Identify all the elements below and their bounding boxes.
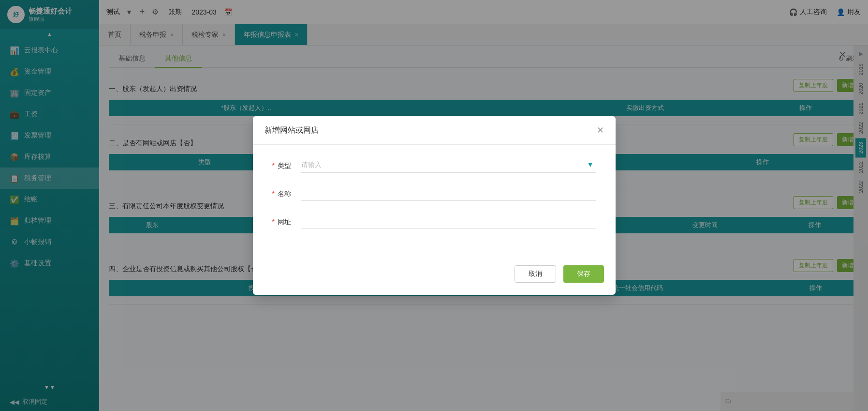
required-mark: * [272,162,275,169]
url-label: * 网址 [272,218,301,227]
url-input-wrap [301,215,596,229]
type-dropdown-icon[interactable]: ▼ [587,161,594,168]
form-field-url: * 网址 [272,215,596,229]
form-field-type: * 类型 ▼ [272,159,596,173]
name-label-text: 名称 [278,190,291,198]
modal-close-button[interactable]: ✕ [597,125,604,136]
name-input[interactable] [301,187,596,198]
name-label: * 名称 [272,190,301,198]
url-label-text: 网址 [278,218,291,226]
required-mark3: * [272,218,275,226]
name-input-wrap [301,187,596,201]
type-input-wrap: ▼ [301,159,596,173]
save-button[interactable]: 保存 [563,265,604,283]
modal-body: * 类型 ▼ * 名称 * [253,145,616,258]
type-label-text: 类型 [278,162,291,169]
modal-title: 新增网站或网店 [265,125,319,136]
cancel-button[interactable]: 取消 [515,265,556,283]
modal-footer: 取消 保存 [253,258,616,295]
type-label: * 类型 [272,162,301,170]
modal-header: 新增网站或网店 ✕ [253,116,616,145]
modal-overlay: 新增网站或网店 ✕ * 类型 ▼ * 名称 [0,0,868,411]
form-field-name: * 名称 [272,187,596,201]
add-website-modal: 新增网站或网店 ✕ * 类型 ▼ * 名称 [253,116,616,295]
type-input[interactable] [301,159,596,170]
url-input[interactable] [301,215,596,226]
required-mark2: * [272,190,275,198]
